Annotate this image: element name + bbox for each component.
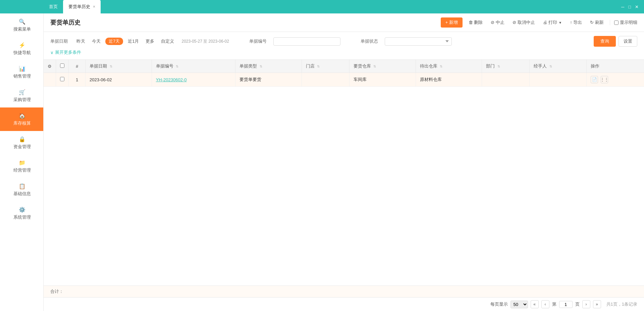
delete-button[interactable]: 🗑 删除 [467,18,485,27]
sidebar-item-sales[interactable]: 📊 销售管理 [0,60,43,84]
col-settings[interactable]: ⚙ [44,60,56,73]
sort-req-warehouse-icon[interactable]: ⇅ [373,64,376,68]
col-action: 操作 [587,60,644,73]
date-options: 昨天 今天 近7天 近1月 更多 自定义 2023-05-27 至 2023-0… [74,38,229,45]
display-detail-checkbox[interactable] [614,20,619,25]
filter-row-1: 单据日期 昨天 今天 近7天 近1月 更多 自定义 2023-05-27 至 2… [50,36,637,47]
col-department[interactable]: 部门 ⇅ [482,60,530,73]
tab-requisition-history[interactable]: 要货单历史 × [63,0,101,13]
sidebar-item-sys-mgmt[interactable]: ⚙️ 系统管理 [0,202,43,225]
page-next-btn[interactable]: › [582,300,590,308]
print-button[interactable]: 🖨 打印 ▼ [541,18,564,27]
date-opt-more[interactable]: 更多 [144,38,156,45]
table-row[interactable]: 1 2023-06-02 YH-20230602-0 要货单要货 车间库 原材料… [44,73,644,87]
select-all-checkbox[interactable] [60,63,64,68]
close-tab-icon[interactable]: × [93,4,95,9]
sidebar-label-purchase: 采购管理 [13,97,31,103]
page-header: 要货单历史 + 新增 🗑 删除 ⊘ 中止 ⊘ 取消中止 🖨 打印 ▼ ↑ 导出 … [44,13,644,32]
sort-date-icon[interactable]: ⇅ [110,64,112,68]
row-date-cell: 2023-06-02 [86,73,152,87]
sort-orderno-icon[interactable]: ⇅ [176,64,178,68]
settings-button[interactable]: 设置 [619,36,637,47]
col-req-warehouse[interactable]: 要货仓库 ⇅ [349,60,416,73]
col-date[interactable]: 单据日期 ⇅ [86,60,152,73]
sidebar-item-search-menu[interactable]: 🔍 搜索菜单 [0,13,43,37]
col-handler-label: 经手人 [534,63,547,69]
col-handler[interactable]: 经手人 ⇅ [530,60,587,73]
display-detail-toggle[interactable]: 显示明细 [614,19,637,26]
page-last-btn[interactable]: » [593,300,601,308]
row-num-cell: 1 [69,73,86,87]
sidebar-item-base-info[interactable]: 📋 基础信息 [0,178,43,202]
col-req-warehouse-label: 要货仓库 [354,63,371,69]
page-first-btn[interactable]: « [531,300,539,308]
filter-area: 单据日期 昨天 今天 近7天 近1月 更多 自定义 2023-05-27 至 2… [44,32,644,60]
sidebar-label-search-menu: 搜索菜单 [13,26,31,32]
row-view-button[interactable]: 📄 [591,76,598,83]
date-opt-today[interactable]: 今天 [90,38,103,45]
row-pending-warehouse-cell: 原材料仓库 [416,73,482,87]
export-button[interactable]: ↑ 导出 [568,18,584,27]
pagination: 每页显示 50 20 100 200 « ‹ 第 页 › » 共1页，1条记录 [44,297,644,311]
date-opt-custom[interactable]: 自定义 [159,38,176,45]
row-order-no-cell[interactable]: YH-20230602-0 [152,73,235,87]
total-info: 共1页，1条记录 [606,301,637,307]
table-header-row: ⚙ # 单据日期 ⇅ 单据编号 ⇅ [44,60,644,73]
date-opt-yesterday[interactable]: 昨天 [74,38,87,45]
stop-button[interactable]: ⊘ 中止 [489,18,506,27]
toolbar: + 新增 🗑 删除 ⊘ 中止 ⊘ 取消中止 🖨 打印 ▼ ↑ 导出 ↻ 刷新 显… [441,17,637,28]
sidebar-item-quick-nav[interactable]: ⚡ 快捷导航 [0,37,43,60]
page-prev-btn[interactable]: ‹ [541,300,549,308]
maximize-icon[interactable]: □ [628,4,631,9]
query-button[interactable]: 查询 [594,36,616,47]
order-no-link[interactable]: YH-20230602-0 [156,77,187,82]
sort-handler-icon[interactable]: ⇅ [549,64,552,68]
close-window-icon[interactable]: ✕ [635,4,639,9]
col-num: # [69,60,86,73]
top-bar: 首页 要货单历史 × ─ □ ✕ [0,0,644,13]
sidebar-item-operations[interactable]: 📁 经营管理 [0,154,43,178]
sales-icon: 📊 [19,65,25,72]
col-action-label: 操作 [591,63,599,69]
sidebar-item-finance[interactable]: 🔒 资金管理 [0,131,43,154]
date-opt-last1month[interactable]: 近1月 [126,38,141,45]
expand-icon: ∨ [50,50,54,55]
print-label: 🖨 打印 [543,19,557,26]
row-checkbox[interactable] [60,77,64,81]
expand-more-conditions[interactable]: ∨ 展开更多条件 [50,49,637,55]
tab-home-label: 首页 [49,4,58,10]
content-area: 要货单历史 + 新增 🗑 删除 ⊘ 中止 ⊘ 取消中止 🖨 打印 ▼ ↑ 导出 … [44,13,644,311]
sort-pending-warehouse-icon[interactable]: ⇅ [440,64,442,68]
page-input[interactable] [559,301,573,308]
sidebar-label-finance: 资金管理 [13,144,31,150]
sort-store-icon[interactable]: ⇅ [317,64,320,68]
col-pending-warehouse[interactable]: 待出仓库 ⇅ [416,60,482,73]
per-page-select[interactable]: 50 20 100 200 [511,301,528,308]
col-order-type[interactable]: 单据类型 ⇅ [235,60,302,73]
row-checkbox-cell[interactable] [56,73,69,87]
col-store[interactable]: 门店 ⇅ [302,60,349,73]
refresh-button[interactable]: ↻ 刷新 [588,18,606,27]
cancel-stop-button[interactable]: ⊘ 取消中止 [511,18,537,27]
main-layout: 🔍 搜索菜单 ⚡ 快捷导航 📊 销售管理 🛒 采购管理 🏠 库存核算 🔒 资金管… [0,13,644,311]
row-dept-cell [482,73,530,87]
sort-dept-icon[interactable]: ⇅ [497,64,500,68]
status-select[interactable] [385,37,452,46]
order-no-input[interactable] [273,37,340,46]
print-dropdown-icon[interactable]: ▼ [558,21,562,25]
sidebar: 🔍 搜索菜单 ⚡ 快捷导航 📊 销售管理 🛒 采购管理 🏠 库存核算 🔒 资金管… [0,13,44,311]
inventory-icon: 🏠 [19,112,25,119]
minimize-icon[interactable]: ─ [621,4,624,9]
search-menu-icon: 🔍 [19,18,25,25]
tab-home[interactable]: 首页 [44,0,63,13]
sidebar-item-purchase[interactable]: 🛒 采购管理 [0,84,43,107]
new-button[interactable]: + 新增 [441,17,463,28]
row-more-button[interactable]: ⋮⋮ [601,76,608,83]
col-order-no[interactable]: 单据编号 ⇅ [152,60,235,73]
tab-requisition-label: 要货单历史 [68,4,90,10]
window-controls: ─ □ ✕ [621,4,644,9]
date-opt-last7days[interactable]: 近7天 [105,38,123,45]
sidebar-item-inventory[interactable]: 🏠 库存核算 [0,107,43,131]
col-date-label: 单据日期 [90,63,107,69]
sort-ordertype-icon[interactable]: ⇅ [260,64,262,68]
